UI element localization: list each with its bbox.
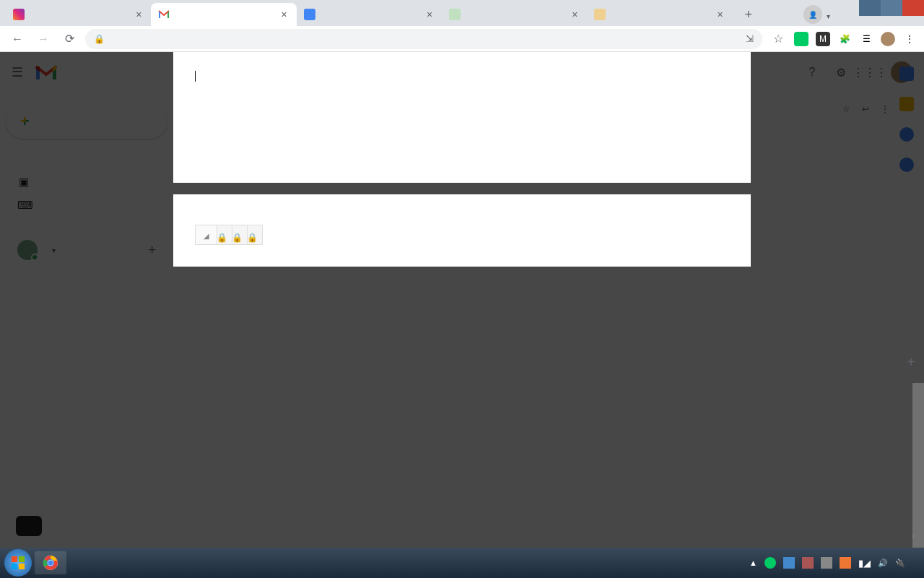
tab-close-icon[interactable]: × <box>570 9 580 20</box>
attachment-preview: ◢ 🔒 🔒 🔒 <box>173 52 751 548</box>
window-close[interactable] <box>902 0 924 16</box>
lock-icon: 🔒 <box>217 233 227 243</box>
preview-panel-2: ◢ 🔒 🔒 🔒 <box>173 194 751 267</box>
svg-rect-5 <box>19 564 25 569</box>
lock-icon: 🔒 <box>94 34 105 44</box>
svg-point-10 <box>48 561 53 566</box>
tab-close-icon[interactable]: × <box>715 9 725 20</box>
tab-close-icon[interactable]: × <box>134 9 144 20</box>
back-button[interactable]: ← <box>7 29 27 49</box>
extension-icon[interactable] <box>794 32 808 46</box>
bookmark-star-icon[interactable]: ☆ <box>768 29 788 49</box>
col-header-data-type[interactable]: 🔒 <box>248 225 263 245</box>
add-addon-icon[interactable]: + <box>907 354 915 371</box>
extensions-puzzle-icon[interactable]: 🧩 <box>837 32 852 46</box>
sql-statement <box>195 71 729 82</box>
new-tab-button[interactable]: + <box>738 4 759 25</box>
instagram-icon <box>13 9 25 20</box>
url-field[interactable]: 🔒 ⇲ <box>85 29 762 49</box>
tab-gdocs[interactable]: × <box>297 3 442 26</box>
favicon-icon <box>449 9 461 20</box>
tray-icon[interactable]: ▲ <box>749 558 757 567</box>
profile-avatar[interactable]: 👤 <box>803 5 822 24</box>
lock-icon: 🔒 <box>247 233 258 243</box>
address-bar: ← → ⟳ 🔒 ⇲ ☆ M 🧩 ☰ ⋮ <box>0 26 924 52</box>
browser-tab-strip: × × × × × + 👤 ▾ <box>0 0 924 26</box>
network-icon[interactable]: ▮◢ <box>858 558 871 569</box>
col-header-table-name[interactable]: 🔒 <box>217 225 232 245</box>
gmail-icon <box>158 9 170 20</box>
tab-gmail[interactable]: × <box>151 3 296 26</box>
extensions-area: M 🧩 ☰ ⋮ <box>794 32 917 46</box>
gdocs-icon <box>304 9 315 20</box>
favicon-icon <box>594 9 606 20</box>
extension-icon[interactable]: M <box>816 32 830 46</box>
chrome-icon <box>43 555 58 571</box>
forward-button: → <box>33 29 53 49</box>
windows-taskbar: ▲ ▮◢ 🔊 🔌 <box>0 548 924 578</box>
tray-icon[interactable] <box>764 557 776 569</box>
tray-icon[interactable] <box>840 557 851 569</box>
lock-icon: 🔒 <box>232 233 243 243</box>
battery-icon[interactable]: 🔌 <box>895 558 905 568</box>
svg-rect-3 <box>19 556 25 562</box>
install-app-icon[interactable]: ⇲ <box>746 33 754 44</box>
tray-icon[interactable] <box>821 557 832 569</box>
col-header-column-name[interactable]: 🔒 <box>232 225 248 245</box>
reload-button[interactable]: ⟳ <box>59 29 79 49</box>
window-controls <box>859 0 924 16</box>
tray-icon[interactable] <box>783 557 795 569</box>
reading-list-icon[interactable]: ☰ <box>859 32 873 46</box>
tab-close-icon[interactable]: × <box>279 9 289 20</box>
row-corner: ◢ <box>196 225 217 245</box>
system-tray: ▲ ▮◢ 🔊 🔌 <box>749 557 920 569</box>
preview-panel-1 <box>173 52 751 183</box>
tray-icon[interactable] <box>802 557 814 569</box>
chrome-menu-icon[interactable]: ⋮ <box>902 32 917 46</box>
tab-pg-column[interactable]: × <box>587 3 732 26</box>
window-minimize[interactable] <box>859 0 881 16</box>
columns-table: ◢ 🔒 🔒 🔒 <box>195 225 263 245</box>
chevron-down-icon[interactable]: ▾ <box>827 12 830 20</box>
tab-pg-change[interactable]: × <box>442 3 587 26</box>
window-maximize[interactable] <box>881 0 902 16</box>
taskbar-app-chrome[interactable] <box>35 551 66 574</box>
svg-rect-2 <box>12 556 17 562</box>
account-avatar[interactable] <box>881 32 895 46</box>
tab-close-icon[interactable]: × <box>424 9 435 20</box>
scrollbar[interactable] <box>912 383 924 548</box>
start-button[interactable] <box>4 549 32 577</box>
volume-icon[interactable]: 🔊 <box>878 558 888 568</box>
windows-logo-icon <box>11 556 25 570</box>
svg-rect-4 <box>12 564 17 569</box>
tab-instagram[interactable]: × <box>6 3 151 26</box>
